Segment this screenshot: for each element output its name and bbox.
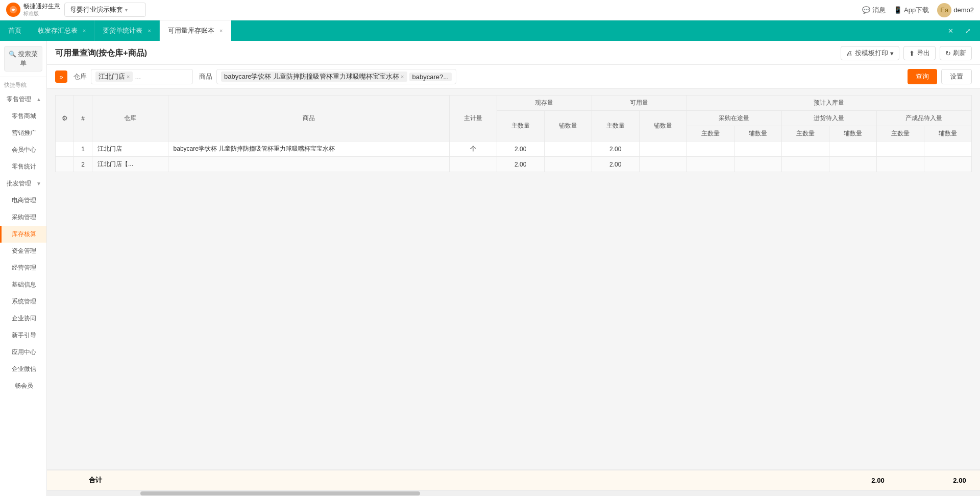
sidebar-item-zero-sales-mgmt[interactable]: 零售管理 ▲ bbox=[0, 91, 46, 108]
sidebar-item-marketing[interactable]: 营销推广 bbox=[0, 125, 46, 141]
sidebar-search-area: 🔍 搜索菜单 bbox=[0, 41, 46, 77]
footer-available-main-total: 2.00 bbox=[939, 474, 980, 487]
footer-total-label: 合计 bbox=[84, 474, 145, 487]
sidebar-item-ecom-mgmt[interactable]: 电商管理 bbox=[0, 192, 46, 209]
col-warehouse-header: 仓库 bbox=[92, 96, 168, 141]
close-tab-collection-summary[interactable]: × bbox=[83, 28, 86, 34]
main-layout: 🔍 搜索菜单 快捷导航 零售管理 ▲ 零售商城 营销推广 会员中心 零售统计 批… bbox=[0, 41, 980, 496]
row-settings[interactable] bbox=[56, 157, 74, 172]
product-tags-input[interactable]: babycare学饮杯 儿童防摔防撞吸管杯重力球吸嘴杯宝宝水杯 × babyca… bbox=[216, 69, 456, 84]
query-button[interactable]: 查询 bbox=[908, 69, 937, 84]
sidebar-item-member-center[interactable]: 会员中心 bbox=[0, 141, 46, 158]
settings-button[interactable]: 设置 bbox=[941, 69, 972, 84]
printer-icon: 🖨 bbox=[846, 50, 853, 57]
product-tag-close-0[interactable]: × bbox=[401, 74, 404, 80]
refresh-icon: ↻ bbox=[945, 50, 951, 57]
sidebar-item-basic-info[interactable]: 基础信息 bbox=[0, 276, 46, 293]
col-current-stock-header: 现存量 bbox=[497, 96, 592, 111]
row-current-main: 2.00 bbox=[497, 141, 544, 157]
app-download-label: App下载 bbox=[904, 6, 929, 15]
row-pt-sub bbox=[734, 157, 781, 172]
avatar-initials: Ea bbox=[940, 6, 948, 14]
warehouse-dots[interactable]: ... bbox=[135, 73, 141, 81]
col-unit-header: 主计量 bbox=[449, 96, 497, 141]
sidebar-item-enterprise-collab[interactable]: 企业协同 bbox=[0, 310, 46, 327]
tab-collection-summary[interactable]: 收发存汇总表 × bbox=[30, 20, 94, 41]
available-sub-qty-header: 辅数量 bbox=[639, 111, 687, 141]
row-available-sub bbox=[639, 141, 687, 157]
close-tab-available-inventory[interactable]: × bbox=[219, 28, 223, 34]
sidebar-item-sys-mgmt[interactable]: 系统管理 bbox=[0, 293, 46, 310]
sidebar-item-enterprise-wechat[interactable]: 企业微信 bbox=[0, 361, 46, 377]
scrollbar-thumb[interactable] bbox=[140, 491, 420, 495]
export-button[interactable]: ⬆ 导出 bbox=[903, 46, 936, 60]
fullscreen-button[interactable]: ⤢ bbox=[960, 22, 976, 39]
export-label: 导出 bbox=[917, 49, 930, 58]
col-settings-header[interactable]: ⚙ bbox=[56, 96, 74, 141]
product-pending-header: 产成品待入量 bbox=[876, 111, 971, 126]
footer-spacer1 bbox=[47, 474, 65, 487]
row-pt-sub bbox=[734, 141, 781, 157]
prod-main-header: 主数量 bbox=[876, 126, 924, 141]
sidebar-item-finance-mgmt[interactable]: 资金管理 bbox=[0, 243, 46, 259]
sidebar-item-wholesale-mgmt[interactable]: 批发管理 ▼ bbox=[0, 175, 46, 192]
warehouse-tag-close[interactable]: × bbox=[127, 74, 130, 80]
page-header: 可用量查询(按仓库+商品) 🖨 按模板打印 ▾ ⬆ 导出 ↻ 刷新 bbox=[47, 41, 980, 65]
row-unit bbox=[449, 157, 497, 172]
sidebar-item-new-guide[interactable]: 新手引导 bbox=[0, 327, 46, 344]
refresh-button[interactable]: ↻ 刷新 bbox=[940, 46, 972, 60]
sidebar-item-vip-member[interactable]: 畅会员 bbox=[0, 377, 46, 394]
product-tag-0[interactable]: babycare学饮杯 儿童防摔防撞吸管杯重力球吸嘴杯宝宝水杯 × bbox=[221, 72, 407, 82]
tab-available-inventory[interactable]: 可用量库存账本 × bbox=[160, 20, 231, 41]
row-no: 1 bbox=[74, 141, 92, 157]
sidebar-item-purchase-mgmt[interactable]: 采购管理 bbox=[0, 209, 46, 226]
row-available-main: 2.00 bbox=[592, 141, 639, 157]
horizontal-scrollbar[interactable] bbox=[47, 490, 980, 496]
row-available-main: 2.00 bbox=[592, 157, 639, 172]
phone-icon: 📱 bbox=[894, 6, 902, 14]
sidebar-item-app-center[interactable]: 应用中心 bbox=[0, 344, 46, 361]
app-download-button[interactable]: 📱 App下载 bbox=[894, 6, 929, 15]
sidebar-item-vip-member-label: 畅会员 bbox=[15, 382, 33, 390]
print-template-button[interactable]: 🖨 按模板打印 ▾ bbox=[841, 46, 899, 60]
store-selector[interactable]: 母婴行业演示账套 ▾ bbox=[64, 3, 146, 17]
row-settings[interactable] bbox=[56, 141, 74, 157]
close-all-tabs-button[interactable]: ✕ bbox=[942, 22, 959, 39]
col-available-header: 可用量 bbox=[592, 96, 687, 111]
message-button[interactable]: 💬 消息 bbox=[862, 6, 886, 15]
warehouse-tags-input[interactable]: 江北门店 × ... bbox=[91, 69, 193, 84]
warehouse-tag-0[interactable]: 江北门店 × bbox=[95, 72, 133, 82]
row-current-main: 2.00 bbox=[497, 157, 544, 172]
tab-order-stats[interactable]: 要货单统计表 × bbox=[94, 20, 159, 41]
sidebar-item-member-center-label: 会员中心 bbox=[12, 146, 36, 154]
chevron-icon: ▲ bbox=[36, 97, 41, 102]
purchase-pending-header: 进货待入量 bbox=[781, 111, 876, 126]
filter-expand-button[interactable]: » bbox=[55, 70, 67, 83]
table-container: ⚙ # 仓库 商品 主计量 现存量 可用量 预计入库量 主数量 辅数量 主数量 bbox=[47, 89, 980, 469]
sidebar-item-zero-mall[interactable]: 零售商城 bbox=[0, 108, 46, 125]
user-profile[interactable]: Ea demo2 bbox=[937, 3, 974, 17]
refresh-label: 刷新 bbox=[953, 49, 966, 58]
row-prod-main bbox=[876, 157, 924, 172]
footer-current-main-total: 2.00 bbox=[857, 474, 898, 487]
export-icon: ⬆ bbox=[909, 50, 915, 57]
nav-right-controls: ✕ ⤢ bbox=[942, 22, 980, 39]
nav-tabs: 首页 收发存汇总表 × 要货单统计表 × 可用量库存账本 × ✕ ⤢ bbox=[0, 20, 980, 41]
sidebar-search-button[interactable]: 🔍 搜索菜单 bbox=[4, 46, 42, 72]
product-tag-1[interactable]: babycare?... bbox=[409, 73, 452, 81]
sidebar-item-zero-stats[interactable]: 零售统计 bbox=[0, 158, 46, 175]
row-product: babycare学饮杯 儿童防摔防撞吸管杯重力球吸嘴杯宝宝水杯 bbox=[168, 141, 449, 157]
close-tab-order-stats[interactable]: × bbox=[148, 28, 151, 34]
sidebar-item-inventory-check[interactable]: 库存核算 bbox=[0, 226, 46, 243]
row-warehouse: 江北门店 bbox=[92, 141, 168, 157]
sidebar-item-ops-label: 经营管理 bbox=[12, 264, 36, 272]
top-bar-right: 💬 消息 📱 App下载 Ea demo2 bbox=[862, 3, 974, 17]
row-warehouse: 江北门店【... bbox=[92, 157, 168, 172]
settings-icon: ⚙ bbox=[62, 114, 68, 122]
footer-current-sub-spacer bbox=[898, 474, 939, 487]
sidebar-item-ops-mgmt[interactable]: 经营管理 bbox=[0, 259, 46, 276]
row-pp-sub bbox=[829, 141, 876, 157]
current-sub-qty-header: 辅数量 bbox=[544, 111, 592, 141]
tab-home[interactable]: 首页 bbox=[0, 20, 30, 41]
page-title: 可用量查询(按仓库+商品) bbox=[55, 48, 147, 59]
